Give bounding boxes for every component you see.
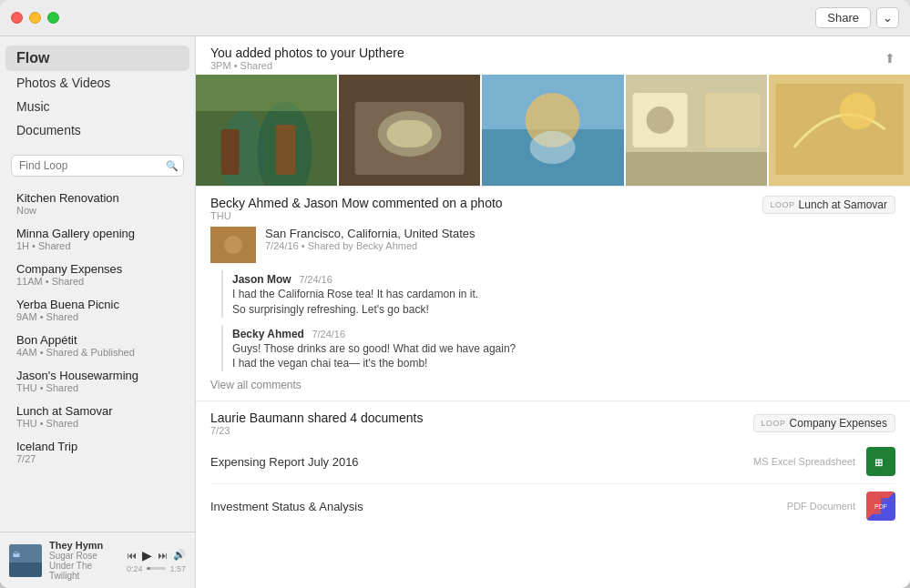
loop-item-meta: 7/27 — [16, 453, 179, 464]
table-row[interactable]: Investment Status & Analysis PDF Documen… — [210, 484, 895, 528]
play-button[interactable]: ▶ — [142, 548, 152, 563]
minimize-button[interactable] — [29, 12, 41, 24]
comment-author-line-2: Becky Ahmed 7/24/16 — [232, 325, 895, 341]
photo-thumb[interactable] — [196, 75, 337, 186]
view-all-comments[interactable]: View all comments — [210, 379, 895, 391]
docs-loop-label: LOOP — [762, 419, 786, 428]
next-button[interactable]: ⏭ — [158, 550, 168, 561]
loop-item-meta: 9AM • Shared — [16, 311, 179, 322]
photos-header: You added photos to your Upthere 3PM • S… — [196, 36, 910, 75]
comment-author-2: Becky Ahmed — [232, 328, 304, 340]
search-icon: 🔍 — [166, 160, 179, 172]
photo-thumb[interactable] — [767, 75, 910, 186]
svg-rect-19 — [705, 93, 760, 147]
list-item[interactable]: Yerba Buena Picnic 9AM • Shared — [0, 292, 195, 328]
loop-item-meta: 11AM • Shared — [16, 276, 179, 287]
docs-loop-tag[interactable]: LOOP Company Expenses — [753, 414, 895, 432]
music-player: 🏔 They Hymn Sugar Rose Under The Twiligh… — [0, 532, 195, 588]
comment-photo-row: San Francisco, California, United States… — [210, 227, 895, 263]
list-item[interactable]: Minna Gallery opening 1H • Shared — [0, 221, 195, 257]
comment-text-2: Guys! Those drinks are so good! What did… — [232, 341, 895, 357]
comment-text-1: So surprisingly refreshing. Let's go bac… — [232, 302, 895, 318]
loop-item-name: Company Expenses — [16, 262, 179, 276]
list-item[interactable]: Company Expenses 11AM • Shared — [0, 257, 195, 292]
svg-rect-6 — [221, 129, 240, 175]
list-item[interactable]: Jason's Housewarming THU • Shared — [0, 363, 195, 399]
list-item[interactable]: Kitchen Renovation Now — [0, 186, 195, 221]
upload-icon: ⬆ — [884, 51, 895, 66]
photos-header-text: You added photos to your Upthere 3PM • S… — [210, 46, 884, 71]
music-buttons: ⏮ ▶ ⏭ 🔊 — [127, 548, 186, 563]
titlebar: Share ⌄ — [0, 0, 910, 36]
main-content: You added photos to your Upthere 3PM • S… — [196, 36, 910, 588]
comment-date: 7/24/16 — [299, 274, 332, 285]
photos-strip — [196, 75, 910, 186]
loop-item-name: Jason's Housewarming — [16, 369, 179, 382]
sidebar-item-music[interactable]: Music — [0, 95, 195, 118]
comment-header: Becky Ahmed & Jason Mow commented on a p… — [210, 196, 895, 221]
list-item[interactable]: Iceland Trip 7/27 — [0, 434, 195, 470]
loop-item-meta: 1H • Shared — [16, 240, 179, 251]
docs-header: Laurie Baumann shared 4 documents 7/23 L… — [210, 411, 895, 436]
sidebar-item-documents[interactable]: Documents — [0, 118, 195, 142]
table-row[interactable]: Expensing Report July 2016 MS Excel Spre… — [210, 440, 895, 484]
comment-block-1: Becky Ahmed 7/24/16 Guys! Those drinks a… — [221, 325, 895, 372]
list-item[interactable]: Lunch at Samovar THU • Shared — [0, 399, 195, 434]
chevron-button[interactable]: ⌄ — [876, 7, 899, 28]
loop-label: LOOP — [771, 200, 795, 209]
music-progress: 0:24 1:57 — [127, 564, 186, 573]
loop-item-name: Kitchen Renovation — [16, 191, 179, 205]
comment-block-0: Jason Mow 7/24/16 I had the California R… — [221, 270, 895, 318]
progress-bar[interactable] — [147, 567, 167, 570]
comment-author: Jason Mow — [232, 273, 291, 286]
doc-name-1: Investment Status & Analysis — [210, 500, 787, 513]
comment-activity: Becky Ahmed & Jason Mow commented on a p… — [196, 187, 910, 401]
photo-thumb[interactable] — [480, 75, 623, 186]
titlebar-right: Share ⌄ — [815, 7, 899, 28]
volume-button[interactable]: 🔊 — [173, 549, 186, 561]
svg-rect-21 — [626, 152, 767, 186]
comment-date-2: 7/24/16 — [312, 329, 345, 340]
pdf-icon: PDF — [866, 492, 895, 521]
doc-type-0: MS Excel Spreadsheet — [753, 456, 855, 467]
docs-event-title: Laurie Baumann shared 4 documents — [210, 411, 423, 425]
list-item[interactable]: Bon Appétit 4AM • Shared & Published — [0, 328, 195, 363]
photo-thumb[interactable] — [337, 75, 480, 186]
progress-fill — [147, 567, 150, 570]
loop-item-name: Minna Gallery opening — [16, 227, 179, 240]
comment-photo-thumbnail[interactable] — [210, 227, 256, 263]
comment-text-0: I had the California Rose tea! It has ca… — [232, 287, 895, 302]
loop-tag[interactable]: LOOP Lunch at Samovar — [762, 196, 895, 214]
photos-activity: You added photos to your Upthere 3PM • S… — [196, 36, 910, 187]
doc-name-0: Expensing Report July 2016 — [210, 455, 753, 469]
comment-location: San Francisco, California, United States — [265, 227, 475, 240]
svg-point-24 — [839, 93, 875, 129]
docs-activity: Laurie Baumann shared 4 documents 7/23 L… — [196, 401, 910, 537]
close-button[interactable] — [11, 12, 23, 24]
sidebar-item-flow[interactable]: Flow — [5, 46, 189, 71]
docs-loop-name: Company Expenses — [790, 417, 887, 430]
loop-item-meta: THU • Shared — [16, 382, 179, 393]
comment-event-title: Becky Ahmed & Jason Mow commented on a p… — [210, 196, 503, 210]
docs-event-meta: 7/23 — [210, 425, 423, 436]
sidebar-nav: Flow Photos & Videos Music Documents — [0, 36, 195, 149]
svg-rect-12 — [387, 120, 433, 147]
photos-event-title: You added photos to your Upthere — [210, 46, 884, 60]
svg-point-16 — [530, 131, 576, 164]
music-artist: Sugar Rose — [49, 551, 119, 561]
music-title: They Hymn — [49, 540, 119, 551]
share-button[interactable]: Share — [815, 7, 871, 28]
comment-event-meta: THU — [210, 210, 503, 221]
photos-event-meta: 3PM • Shared — [210, 60, 884, 71]
svg-text:⊞: ⊞ — [874, 457, 883, 468]
sidebar-item-photos[interactable]: Photos & Videos — [0, 71, 195, 95]
fullscreen-button[interactable] — [47, 12, 59, 24]
svg-rect-7 — [276, 125, 296, 175]
loop-item-meta: Now — [16, 205, 179, 216]
prev-button[interactable]: ⏮ — [127, 550, 137, 561]
search-input[interactable] — [11, 155, 184, 177]
svg-text:🏔: 🏔 — [13, 551, 20, 559]
photo-thumb[interactable] — [624, 75, 767, 186]
docs-header-left: Laurie Baumann shared 4 documents 7/23 — [210, 411, 423, 436]
app-window: Share ⌄ Flow Photos & Videos Music Docum… — [0, 0, 910, 588]
